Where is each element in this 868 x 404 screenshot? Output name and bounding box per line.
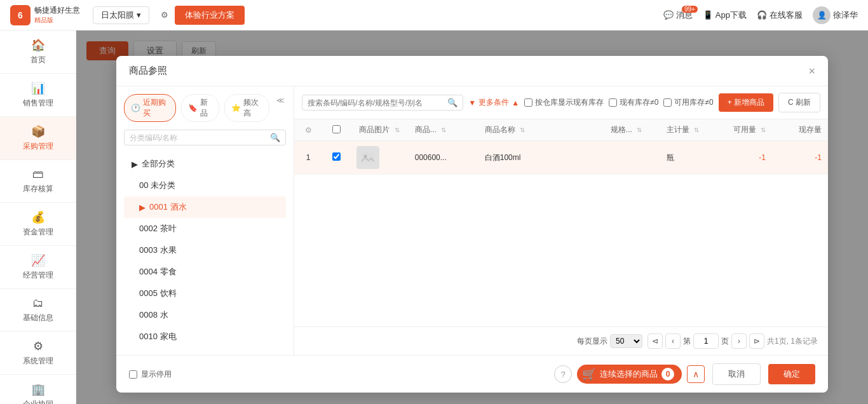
sidebar-item-finance[interactable]: 💰 资金管理 [0,203,76,246]
sidebar-item-operations[interactable]: 📈 经营管理 [0,246,76,289]
usable-checkbox[interactable] [663,98,672,107]
user-menu[interactable]: 👤 徐泽华 [813,6,858,24]
category-item-water[interactable]: 0008 水 [124,304,286,326]
sidebar-item-sales[interactable]: 📊 销售管理 [0,74,76,117]
enterprise-icon: 🏢 [31,382,45,396]
sidebar-item-enterprise[interactable]: 🏢 企业协同 [0,375,76,404]
available-filter[interactable]: 现有库存≠0 [609,97,658,108]
next-page-button[interactable]: › [731,333,747,349]
service-button[interactable]: 🎧 在线客服 [757,10,803,21]
col-available[interactable]: 可用量 ⇅ [716,119,772,141]
page-number-input[interactable] [693,333,719,349]
sales-icon: 📊 [31,81,45,95]
company-selector[interactable]: 日太阳膜 ▾ [93,6,149,24]
sort-icon: ⇅ [637,126,642,133]
cart-button[interactable]: 🛒 连续选择的商品 0 [577,365,682,384]
col-image[interactable]: 商品图片 ⇅ [350,119,409,141]
svg-rect-0 [362,152,374,163]
sort-icon: ⇅ [761,126,766,133]
logo-icon: 6 [10,5,31,25]
trial-button[interactable]: 体验行业方案 [175,6,245,25]
help-button[interactable]: ? [554,365,572,383]
product-refresh-button[interactable]: C 刷新 [778,93,820,112]
purchase-icon: 📦 [31,125,45,138]
sidebar-item-label: 销售管理 [23,98,53,109]
new-product-button[interactable]: + 新增商品 [719,93,773,112]
sidebar-item-label: 库存核算 [23,184,53,194]
collapse-button[interactable]: ≪ [275,94,286,107]
category-search-input[interactable] [130,133,268,142]
finance-icon: 💰 [31,210,45,224]
col-checkbox[interactable] [322,119,350,141]
confirm-button[interactable]: 确定 [768,364,815,384]
col-stock[interactable]: 现存量 [772,119,828,141]
inventory-icon: 🗃 [32,168,44,181]
row-name: 白酒100ml [478,141,604,175]
right-panel: 🔍 ▼ 更多条件 ▲ 按仓库显示现有库存 [294,86,828,355]
category-item-tea[interactable]: 0002 茶叶 [124,218,286,239]
cart-label: 连续选择的商品 [600,368,658,380]
first-page-button[interactable]: ⊲ [648,333,663,349]
home-icon: 🏠 [31,38,45,52]
display-disabled-checkbox[interactable]: 显示停用 [129,369,172,380]
col-unit[interactable]: 主计量 ⇅ [660,119,716,141]
warehouse-checkbox[interactable] [524,98,532,107]
category-item-unclassified[interactable]: 00 未分类 [124,175,286,196]
sort-icon: ⇅ [694,126,699,133]
disabled-checkbox[interactable] [129,370,137,379]
col-gear[interactable]: ⚙ [294,119,322,141]
settings-icon[interactable]: ⚙ [154,5,175,25]
available-checkbox[interactable] [609,98,617,107]
cancel-button[interactable]: 取消 [712,363,761,385]
category-item-beverage[interactable]: 0005 饮料 [124,283,286,304]
cart-icon: 🛒 [582,367,596,381]
row-available: -1 [716,141,772,175]
left-panel: 🕐 近期购买 🔖 新品 ⭐ 频次高 ≪ [116,86,294,355]
table-row[interactable]: 1 [294,141,828,175]
frequent-icon: ⭐ [231,104,241,112]
row-unit: 瓶 [660,141,716,175]
product-search-icon: 🔍 [447,98,458,107]
last-page-button[interactable]: ⊳ [749,333,764,349]
category-item-fruit[interactable]: 0003 水果 [124,239,286,261]
chevron-up-button[interactable]: ∧ [687,365,705,383]
warehouse-filter[interactable]: 按仓库显示现有库存 [524,97,604,108]
sidebar-item-home[interactable]: 🏠 首页 [0,30,76,74]
col-spec[interactable]: 规格... ⇅ [604,119,660,141]
expand-active-arrow-icon: ▶ [139,203,146,212]
tab-frequent[interactable]: ⭐ 频次高 [224,94,269,122]
message-button[interactable]: 💬 消息 99+ [663,10,693,21]
topbar: 6 畅捷通好生意 精品版 日太阳膜 ▾ ⚙ 体验行业方案 💬 消息 99+ 📱 … [0,0,868,30]
tab-new-product[interactable]: 🔖 新品 [181,94,219,122]
more-filter-button[interactable]: ▼ 更多条件 ▲ [468,97,519,108]
category-item-all[interactable]: ▶ 全部分类 [124,153,286,175]
sidebar-item-purchase[interactable]: 📦 采购管理 [0,117,76,160]
tab-recent-purchase[interactable]: 🕐 近期购买 [124,94,176,122]
category-item-snack[interactable]: 0004 零食 [124,261,286,283]
modal-footer: 显示停用 ? 🛒 连续选择的商品 0 ∧ 取消 确定 [116,355,828,393]
row-index: 1 [294,141,322,175]
row-checkbox[interactable] [332,152,341,161]
usable-filter[interactable]: 可用库存≠0 [663,97,713,108]
product-search-input[interactable] [308,98,445,107]
page-size-select[interactable]: 50 20 100 [610,334,642,348]
sidebar-item-basic-info[interactable]: 🗂 基础信息 [0,289,76,332]
col-code[interactable]: 商品... ⇅ [409,119,478,141]
category-item-appliance[interactable]: 0010 家电 [124,326,286,347]
select-all-checkbox[interactable] [332,125,341,133]
cart-area: ? 🛒 连续选择的商品 0 ∧ [554,365,705,384]
col-name[interactable]: 商品名称 ⇅ [478,119,604,141]
app-download-button[interactable]: 📱 App下载 [703,10,747,21]
sidebar-item-inventory[interactable]: 🗃 库存核算 [0,160,76,203]
row-spec [604,141,660,175]
prev-page-button[interactable]: ‹ [665,333,681,349]
topbar-right: 💬 消息 99+ 📱 App下载 🎧 在线客服 👤 徐泽华 [663,6,858,24]
sidebar-item-system[interactable]: ⚙ 系统管理 [0,332,76,375]
sidebar-item-label: 首页 [31,55,46,65]
system-icon: ⚙ [33,339,43,353]
category-item-alcohol[interactable]: ▶ 0001 酒水 [124,196,286,218]
row-checkbox-cell[interactable] [322,141,350,175]
basic-info-icon: 🗂 [32,297,44,310]
modal-close-button[interactable]: × [808,65,815,77]
product-table: ⚙ 商品图片 ⇅ [294,119,828,175]
